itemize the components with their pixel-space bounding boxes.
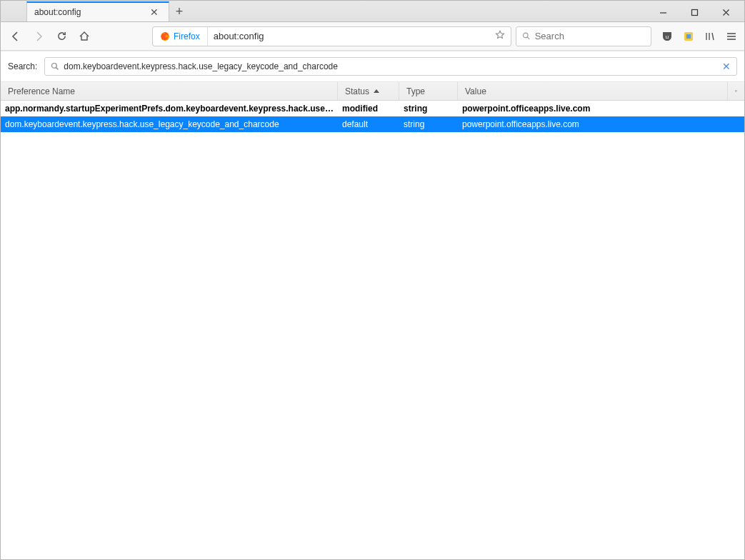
back-button[interactable] (6, 27, 25, 46)
pref-status: modified (338, 104, 399, 114)
nav-toolbar: Firefox u (1, 22, 744, 51)
svg-text:u: u (666, 34, 669, 40)
maximize-button[interactable] (679, 3, 710, 21)
menu-button[interactable] (724, 29, 739, 44)
svg-point-16 (52, 64, 57, 69)
header-value[interactable]: Value (458, 82, 727, 100)
config-table-header: Preference Name Status Type Value (1, 82, 744, 101)
column-picker-icon[interactable] (727, 82, 744, 100)
minimize-button[interactable] (647, 3, 679, 21)
browser-tab[interactable]: about:config ✕ (26, 1, 169, 21)
pref-value: powerpoint.officeapps.live.com (458, 104, 744, 114)
svg-rect-9 (686, 34, 691, 39)
svg-line-6 (527, 37, 529, 39)
addon-icon[interactable] (681, 29, 696, 44)
svg-rect-1 (691, 9, 697, 15)
config-search-input[interactable] (64, 61, 718, 71)
close-window-button[interactable] (710, 3, 741, 21)
identity-label: Firefox (174, 31, 200, 41)
forward-button[interactable] (29, 27, 48, 46)
clear-search-icon[interactable]: ✕ (722, 61, 731, 72)
svg-point-5 (523, 33, 528, 38)
search-input[interactable] (535, 31, 645, 41)
url-bar[interactable]: Firefox (152, 26, 511, 46)
pref-value: powerpoint.officeapps.live.com (458, 119, 744, 129)
search-icon (51, 62, 59, 71)
library-icon[interactable] (703, 29, 717, 44)
search-bar[interactable] (516, 26, 651, 46)
url-input[interactable] (208, 31, 489, 41)
header-status[interactable]: Status (338, 82, 399, 100)
pref-type: string (399, 119, 458, 129)
svg-line-12 (712, 33, 714, 40)
sort-ascending-icon (374, 89, 379, 93)
identity-box[interactable]: Firefox (153, 27, 208, 46)
config-rows: app.normandy.startupExperimentPrefs.dom.… (1, 101, 744, 559)
config-search-label: Search: (8, 61, 37, 71)
config-search-row: Search: ✕ (1, 51, 744, 82)
about-config-page: Search: ✕ Preference Name Status Type Va… (1, 51, 744, 559)
pref-row[interactable]: dom.keyboardevent.keypress.hack.use_lega… (1, 116, 744, 132)
pref-row[interactable]: app.normandy.startupExperimentPrefs.dom.… (1, 101, 744, 116)
header-status-label: Status (345, 86, 369, 96)
pref-name: app.normandy.startupExperimentPrefs.dom.… (1, 104, 338, 114)
pref-type: string (399, 104, 458, 114)
new-tab-button[interactable]: + (169, 1, 189, 21)
toolbar-extensions: u (656, 29, 739, 44)
pref-status: default (338, 119, 399, 129)
firefox-icon (160, 31, 170, 41)
svg-rect-18 (735, 90, 737, 92)
config-search-box[interactable]: ✕ (44, 57, 737, 76)
search-icon (522, 31, 531, 41)
close-tab-icon[interactable]: ✕ (147, 6, 161, 18)
window-controls (647, 1, 744, 21)
home-button[interactable] (75, 27, 94, 46)
ublock-icon[interactable]: u (660, 29, 674, 44)
tab-title: about:config (34, 7, 147, 17)
reload-button[interactable] (52, 27, 71, 46)
tab-strip: about:config ✕ + (1, 1, 744, 22)
svg-line-17 (56, 68, 59, 70)
bookmark-star-icon[interactable] (489, 30, 511, 42)
header-type[interactable]: Type (399, 82, 458, 100)
header-preference-name[interactable]: Preference Name (1, 82, 338, 100)
pref-name: dom.keyboardevent.keypress.hack.use_lega… (1, 119, 338, 129)
